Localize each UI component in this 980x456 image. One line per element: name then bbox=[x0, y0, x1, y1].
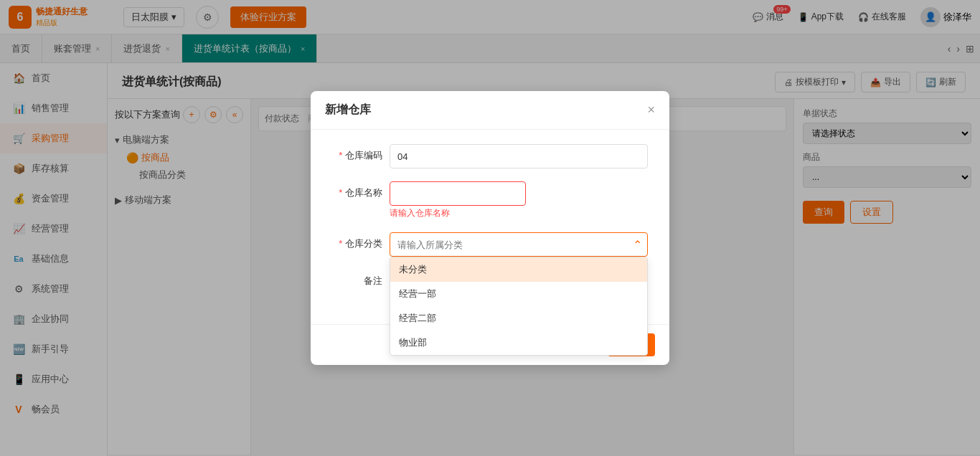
warehouse-category-row: 仓库分类 ⌃ 未分类 经营一部 经营二部 物业部 bbox=[332, 232, 648, 257]
modal-title: 新增仓库 bbox=[325, 103, 371, 118]
warehouse-code-input[interactable] bbox=[390, 144, 648, 168]
warehouse-name-input[interactable] bbox=[390, 181, 526, 206]
code-label: 仓库编码 bbox=[332, 144, 390, 162]
category-dropdown-toggle[interactable]: ⌃ bbox=[633, 238, 642, 252]
name-input-wrap: 请输入仓库名称 bbox=[390, 181, 648, 219]
warehouse-name-row: 仓库名称 请输入仓库名称 bbox=[332, 181, 648, 219]
warehouse-code-row: 仓库编码 bbox=[332, 144, 648, 168]
name-label: 仓库名称 bbox=[332, 181, 390, 199]
modal-header: 新增仓库 × bbox=[311, 91, 669, 130]
dropdown-item-dept2[interactable]: 经营二部 bbox=[390, 306, 647, 331]
warehouse-category-input[interactable] bbox=[390, 232, 648, 257]
category-dropdown: 未分类 经营一部 经营二部 物业部 bbox=[390, 257, 648, 356]
category-input-wrap: ⌃ 未分类 经营一部 经营二部 物业部 bbox=[390, 232, 648, 257]
category-label: 仓库分类 bbox=[332, 232, 390, 250]
dropdown-item-uncategorized[interactable]: 未分类 bbox=[390, 257, 647, 282]
dropdown-item-dept1[interactable]: 经营一部 bbox=[390, 282, 647, 306]
notes-label: 备注 bbox=[332, 270, 390, 288]
add-warehouse-modal: 新增仓库 × 仓库编码 仓库名称 请输入仓库名称 仓库分类 bbox=[311, 91, 669, 365]
modal-body: 仓库编码 仓库名称 请输入仓库名称 仓库分类 ⌃ 未分类 bbox=[311, 130, 669, 324]
dropdown-item-property[interactable]: 物业部 bbox=[390, 331, 647, 355]
name-error-tip: 请输入仓库名称 bbox=[390, 207, 648, 219]
modal-close-button[interactable]: × bbox=[647, 103, 655, 118]
modal-overlay: 新增仓库 × 仓库编码 仓库名称 请输入仓库名称 仓库分类 bbox=[0, 0, 980, 456]
